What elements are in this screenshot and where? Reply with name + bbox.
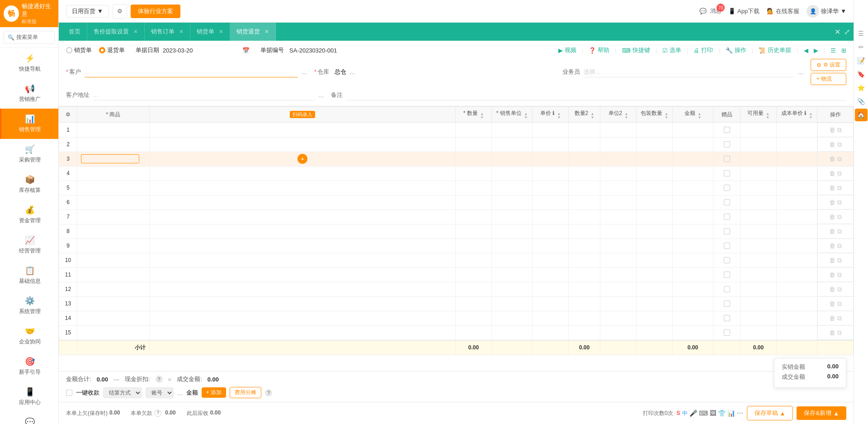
amount-cell[interactable]	[673, 195, 713, 210]
unit-cell[interactable]	[492, 325, 533, 340]
date-input[interactable]	[163, 47, 239, 54]
amount-cell[interactable]	[673, 253, 713, 267]
amount-cell[interactable]	[673, 311, 713, 325]
gift-checkbox[interactable]	[724, 214, 730, 220]
tab-sale-return-close-icon[interactable]: ✕	[264, 29, 269, 35]
toolbar-nav-next[interactable]: ▶	[814, 47, 818, 54]
cost-cell[interactable]	[777, 210, 817, 224]
customer-input[interactable]	[85, 67, 298, 77]
shirt-icon[interactable]: 👕	[718, 410, 726, 417]
right-panel-note-icon[interactable]: 📝	[855, 54, 868, 67]
amount-cell[interactable]	[673, 137, 713, 152]
toolbar-shortcut[interactable]: ⌨ 快捷键	[622, 46, 650, 54]
tab-sale-order[interactable]: 销售订单 ✕	[145, 23, 190, 41]
qty-cell[interactable]	[456, 296, 492, 311]
available-cell[interactable]	[741, 282, 777, 296]
pkg-cell[interactable]	[637, 152, 673, 166]
daily-category-select[interactable]: 日用百货 ▼	[66, 5, 109, 18]
available-cell[interactable]	[741, 137, 777, 152]
toolbar-view-list[interactable]: ☰	[830, 47, 836, 54]
amount-cell[interactable]	[673, 296, 713, 311]
sidebar-item-quick-nav[interactable]: ⚡ 快捷导航	[0, 48, 58, 78]
cash-discount-help-icon[interactable]: ?	[156, 376, 163, 383]
add-payment-button[interactable]: + 添加	[202, 387, 226, 398]
unit-cell[interactable]	[492, 224, 533, 238]
delete-row-icon[interactable]: 🗑	[829, 213, 835, 220]
available-cell[interactable]	[741, 296, 777, 311]
available-cell[interactable]	[741, 311, 777, 325]
price-cell[interactable]	[533, 152, 569, 166]
gift-checkbox[interactable]	[724, 141, 730, 148]
address-more-icon[interactable]: ...	[318, 91, 324, 99]
unit-cell[interactable]	[492, 238, 533, 253]
unit-cell[interactable]	[492, 253, 533, 267]
fee-split-button[interactable]: 费用分摊	[230, 387, 261, 398]
tab-close-all-icon[interactable]: ✕	[835, 28, 840, 36]
toolbar-nav-prev[interactable]: ◀	[804, 47, 808, 54]
available-cell[interactable]	[741, 195, 777, 210]
qty2-cell[interactable]	[569, 181, 600, 195]
product-cell[interactable]	[77, 123, 150, 138]
radio-sale-return[interactable]: 退货单	[99, 46, 125, 54]
mic-icon[interactable]: 🎤	[689, 410, 697, 417]
delete-row-icon[interactable]: 🗑	[829, 228, 835, 235]
cost-cell[interactable]	[777, 195, 817, 210]
available-cell[interactable]	[741, 224, 777, 238]
qty-cell[interactable]	[456, 166, 492, 181]
copy-row-icon[interactable]: ⧉	[837, 199, 842, 206]
unit-cell[interactable]	[492, 166, 533, 181]
product-cell[interactable]	[77, 152, 150, 166]
pkg-cell[interactable]	[637, 210, 673, 224]
gift-checkbox[interactable]	[724, 199, 730, 205]
product-cell[interactable]	[77, 282, 150, 296]
unit-cell[interactable]	[492, 311, 533, 325]
cost-cell[interactable]	[777, 166, 817, 181]
amount-cell[interactable]	[673, 181, 713, 195]
pkg-cell[interactable]	[637, 181, 673, 195]
cost-cell[interactable]	[777, 238, 817, 253]
toolbar-history[interactable]: 📜 历史单据	[759, 46, 791, 54]
qty2-cell[interactable]	[569, 238, 600, 253]
available-cell[interactable]	[741, 152, 777, 166]
cost-cell[interactable]	[777, 325, 817, 340]
img-icon[interactable]: 🖼	[710, 410, 716, 417]
qty-cell[interactable]	[456, 267, 492, 282]
copy-row-icon[interactable]: ⧉	[837, 329, 842, 337]
tab-sale-order-close-icon[interactable]: ✕	[179, 29, 184, 35]
pkg-cell[interactable]	[637, 296, 673, 311]
fee-help-icon[interactable]: ?	[265, 389, 272, 396]
sidebar-item-enterprise[interactable]: 🤝 企业协同	[0, 321, 58, 351]
qty2-cell[interactable]	[569, 267, 600, 282]
pkg-cell[interactable]	[637, 166, 673, 181]
unit2-cell[interactable]	[600, 238, 637, 253]
cost-cell[interactable]	[777, 224, 817, 238]
price-cell[interactable]	[533, 282, 569, 296]
available-cell[interactable]	[741, 325, 777, 340]
copy-row-icon[interactable]: ⧉	[837, 300, 842, 308]
sidebar-item-basic-info[interactable]: 📋 基础信息	[0, 260, 58, 291]
cost-cell[interactable]	[777, 267, 817, 282]
sidebar-item-system[interactable]: ⚙️ 系统管理	[0, 291, 58, 321]
settle-method-select[interactable]: 结算方式	[103, 387, 142, 398]
account-more-icon[interactable]: ...	[177, 389, 183, 396]
unit2-cell[interactable]	[600, 224, 637, 238]
unit-cell[interactable]	[492, 296, 533, 311]
qty2-cell[interactable]	[569, 253, 600, 267]
delete-row-icon[interactable]: 🗑	[829, 170, 835, 177]
sidebar-item-wechat[interactable]: 💬 企业微信	[0, 412, 58, 424]
tab-sale-invoice-close-icon[interactable]: ✕	[219, 29, 223, 35]
barcode-scan-badge[interactable]: 扫码录入	[290, 111, 315, 118]
copy-row-icon[interactable]: ⧉	[837, 141, 842, 148]
gift-checkbox[interactable]	[724, 156, 730, 162]
amount-cell[interactable]	[673, 325, 713, 340]
pkg-sort-icon[interactable]: ▲▼	[665, 112, 668, 119]
gift-checkbox[interactable]	[724, 185, 730, 191]
tab-sale-invoice[interactable]: 销货单 ✕	[190, 23, 230, 41]
cost-cell[interactable]	[777, 296, 817, 311]
gift-checkbox[interactable]	[724, 329, 730, 336]
gift-checkbox[interactable]	[724, 243, 730, 249]
product-cell[interactable]	[77, 166, 150, 181]
qty2-cell[interactable]	[569, 325, 600, 340]
delete-row-icon[interactable]: 🗑	[829, 257, 835, 264]
cost-cell[interactable]	[777, 123, 817, 138]
